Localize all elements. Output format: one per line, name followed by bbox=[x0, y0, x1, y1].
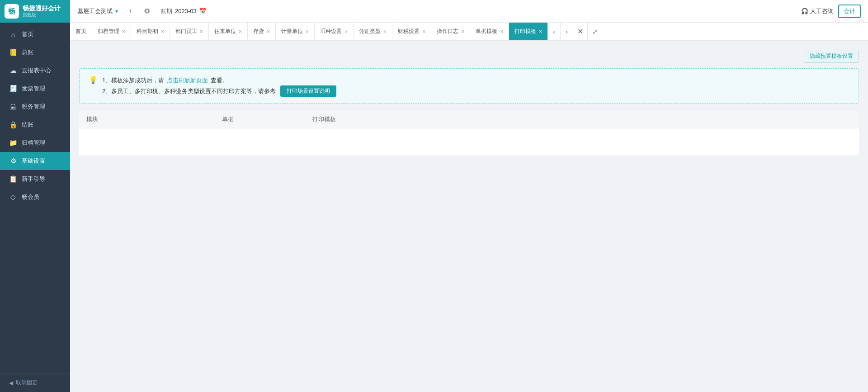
tab-label-partner: 往来单位 bbox=[214, 28, 236, 35]
tab-close-currency[interactable]: × bbox=[344, 28, 348, 35]
tab-label-voucher_type: 凭证类型 bbox=[359, 28, 381, 35]
tax-nav-icon: 🏛 bbox=[9, 103, 17, 111]
tab-close-subject[interactable]: × bbox=[161, 28, 164, 35]
tip-line2-prefix: 2、多员工、多打印机、多种业务类型设置不同打印方案等，请参考 bbox=[102, 86, 276, 96]
member-nav-icon: ◇ bbox=[9, 193, 17, 201]
tabs-bar: 首页归档管理 ×科目期初 ×部门员工 ×往来单位 ×存货 ×计量单位 ×币种设置… bbox=[70, 23, 868, 41]
tab-partner[interactable]: 往来单位 × bbox=[209, 23, 248, 41]
sidebar-item-label: 发票管理 bbox=[22, 85, 45, 93]
tab-archive[interactable]: 归档管理 × bbox=[92, 23, 131, 41]
tip-line-1: 1、模板添加成功后，请点击刷新新页面查看。 bbox=[102, 75, 849, 85]
tab-dept[interactable]: 部门员工 × bbox=[170, 23, 209, 41]
sidebar-item-reports[interactable]: ☁云报表中心 bbox=[0, 61, 70, 80]
sidebar-item-label: 结账 bbox=[22, 121, 33, 129]
tip-refresh-link[interactable]: 点击刷新新页面 bbox=[167, 75, 208, 85]
tab-unit[interactable]: 计量单位 × bbox=[276, 23, 315, 41]
hide-template-section: 隐藏预置模板设置 bbox=[79, 50, 859, 63]
tab-close-dept[interactable]: × bbox=[200, 28, 203, 35]
user-account-btn[interactable]: 会计 bbox=[838, 5, 861, 18]
tab-subject[interactable]: 科目期初 × bbox=[131, 23, 170, 41]
company-dropdown-icon[interactable]: ▾ bbox=[115, 8, 118, 14]
tab-label-dept: 部门员工 bbox=[175, 28, 197, 35]
sidebar-item-tax[interactable]: 🏛税务管理 bbox=[0, 98, 70, 116]
tab-label-unit: 计量单位 bbox=[281, 28, 303, 35]
tab-label-inventory: 存货 bbox=[253, 28, 264, 35]
sidebar-item-label: 首页 bbox=[22, 30, 33, 38]
tab-close-single_template[interactable]: × bbox=[500, 28, 503, 35]
tab-label-currency: 币种设置 bbox=[320, 28, 342, 35]
logo-subtitle: 旗舰版 bbox=[23, 12, 61, 18]
sidebar-item-label: 基础设置 bbox=[22, 157, 45, 165]
col-header-template: 打印模板 bbox=[312, 115, 852, 123]
tab-inventory[interactable]: 存货 × bbox=[248, 23, 276, 41]
headset-icon: 🎧 bbox=[801, 8, 808, 14]
tab-label-subject: 科目期初 bbox=[137, 28, 158, 35]
tip-bulb-icon: 💡 bbox=[89, 76, 98, 84]
ledger-nav-icon: 📒 bbox=[9, 48, 17, 57]
tab-close-archive[interactable]: × bbox=[122, 28, 125, 35]
company-selector[interactable]: 基层工会测试 ▾ bbox=[77, 7, 118, 15]
sidebar-item-archive[interactable]: 📁归档管理 bbox=[0, 134, 70, 152]
reports-nav-icon: ☁ bbox=[9, 66, 17, 75]
tip-line1-prefix: 1、模板添加成功后，请 bbox=[102, 75, 164, 85]
tip-box: 💡 1、模板添加成功后，请点击刷新新页面查看。 2、多员工、多打印机、多种业务类… bbox=[79, 68, 859, 104]
sidebar-item-member[interactable]: ◇畅会员 bbox=[0, 188, 70, 206]
tab-op_log[interactable]: 操作日志 × bbox=[431, 23, 470, 41]
tabs-next-btn[interactable]: › bbox=[561, 23, 573, 41]
print-scene-btn[interactable]: 打印场景设置说明 bbox=[280, 85, 336, 97]
tab-home[interactable]: 首页 bbox=[70, 23, 92, 41]
tab-close-unit[interactable]: × bbox=[306, 28, 309, 35]
invoice-nav-icon: 🧾 bbox=[9, 85, 17, 93]
main-area: 基层工会测试 ▾ ＋ ⚙ 账期 2023-03 📅 🎧 人工咨询 会计 首页归档… bbox=[70, 0, 868, 392]
tab-close-inventory[interactable]: × bbox=[267, 28, 270, 35]
tab-close-tax_settings[interactable]: × bbox=[422, 28, 425, 35]
col-header-voucher: 单据 bbox=[222, 115, 312, 123]
tab-label-single_template: 单据模板 bbox=[476, 28, 497, 35]
tab-label-op_log: 操作日志 bbox=[437, 28, 458, 35]
tabs-prev-btn[interactable]: ‹ bbox=[548, 23, 561, 41]
sidebar-item-label: 新手引导 bbox=[22, 175, 45, 183]
sidebar: 畅 畅捷通好会计 旗舰版 ⌂首页📒总账☁云报表中心🧾发票管理🏛税务管理🔒结账📁归… bbox=[0, 0, 70, 392]
sidebar-item-home[interactable]: ⌂首页 bbox=[0, 25, 70, 43]
tab-close-voucher_type[interactable]: × bbox=[383, 28, 387, 35]
tab-print_template[interactable]: 打印模板 × bbox=[509, 23, 548, 41]
tab-voucher_type[interactable]: 凭证类型 × bbox=[354, 23, 392, 41]
sidebar-item-closing[interactable]: 🔒结账 bbox=[0, 116, 70, 134]
logo-title: 畅捷通好会计 bbox=[23, 5, 61, 12]
settings-btn[interactable]: ⚙ bbox=[141, 5, 153, 18]
sidebar-item-invoice[interactable]: 🧾发票管理 bbox=[0, 80, 70, 98]
print-template-table: 模块 单据 打印模板 bbox=[79, 111, 859, 156]
tabs-expand-btn[interactable]: ⤢ bbox=[588, 23, 602, 41]
unpin-icon: ◀ bbox=[9, 380, 13, 386]
content-area: 隐藏预置模板设置 💡 1、模板添加成功后，请点击刷新新页面查看。 2、多员工、多… bbox=[70, 41, 868, 392]
sidebar-item-ledger[interactable]: 📒总账 bbox=[0, 43, 70, 61]
col-header-module: 模块 bbox=[86, 115, 222, 123]
guide-nav-icon: 📋 bbox=[9, 175, 17, 183]
sidebar-item-guide[interactable]: 📋新手引导 bbox=[0, 170, 70, 188]
hide-template-btn[interactable]: 隐藏预置模板设置 bbox=[804, 50, 859, 63]
customer-service-btn[interactable]: 🎧 人工咨询 bbox=[801, 7, 834, 15]
tab-close-op_log[interactable]: × bbox=[461, 28, 464, 35]
table-body bbox=[79, 128, 859, 156]
tab-currency[interactable]: 币种设置 × bbox=[315, 23, 354, 41]
sidebar-item-settings[interactable]: ⚙基础设置 bbox=[0, 152, 70, 170]
tab-label-home: 首页 bbox=[75, 28, 86, 35]
tab-tax_settings[interactable]: 财税设置 × bbox=[392, 23, 431, 41]
sidebar-nav: ⌂首页📒总账☁云报表中心🧾发票管理🏛税务管理🔒结账📁归档管理⚙基础设置📋新手引导… bbox=[0, 23, 70, 373]
add-company-btn[interactable]: ＋ bbox=[124, 5, 137, 18]
tab-single_template[interactable]: 单据模板 × bbox=[470, 23, 509, 41]
table-header: 模块 单据 打印模板 bbox=[79, 111, 859, 128]
company-name: 基层工会测试 bbox=[77, 7, 113, 15]
calendar-icon[interactable]: 📅 bbox=[199, 8, 207, 14]
logo-icon: 畅 bbox=[5, 4, 19, 19]
home-nav-icon: ⌂ bbox=[9, 31, 17, 38]
sidebar-unpin[interactable]: ◀ 取消固定 bbox=[0, 373, 70, 392]
sidebar-item-label: 云报表中心 bbox=[22, 66, 51, 75]
tab-close-print_template[interactable]: × bbox=[539, 28, 542, 35]
archive-nav-icon: 📁 bbox=[9, 139, 17, 147]
tab-label-archive: 归档管理 bbox=[98, 28, 119, 35]
tab-close-partner[interactable]: × bbox=[239, 28, 242, 35]
closing-nav-icon: 🔒 bbox=[9, 121, 17, 129]
unpin-label: 取消固定 bbox=[16, 379, 38, 387]
tabs-close-all-btn[interactable]: ✕ bbox=[573, 23, 588, 41]
